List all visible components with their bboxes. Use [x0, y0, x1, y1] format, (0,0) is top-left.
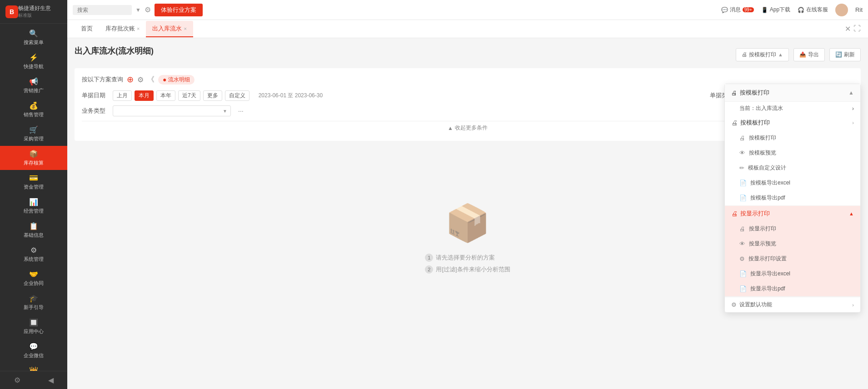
sidebar-item-inventory[interactable]: 📦库存核算 [0, 146, 67, 170]
dpi-icon: 🖨 [739, 225, 745, 232]
display-preview-item[interactable]: 👁 按显示预览 [725, 236, 860, 251]
tprev-icon: 👁 [739, 150, 745, 156]
biz-type-label: 业务类型 [82, 107, 105, 115]
set-default-button[interactable]: ⚙ 设置默认功能 [731, 301, 772, 309]
current-label: 当前：出入库流水 [739, 105, 783, 112]
sidebar: B 畅捷通好生意 标准版 🔍搜索菜单⚡快捷导航📢营销推广💰销售管理🛒采购管理📦库… [0, 0, 67, 389]
sidebar-item-operations[interactable]: 📊经营管理 [0, 194, 67, 218]
sidebar-item-purchase[interactable]: 🛒采购管理 [0, 122, 67, 146]
template-print-item[interactable]: 🖨 按模板打印 [725, 130, 860, 145]
template-preview-item[interactable]: 👁 按模板预览 [725, 145, 860, 160]
tab-flow[interactable]: 出入库流水 × [146, 21, 193, 37]
tpi-label: 按模板打印 [749, 134, 776, 142]
filter-header: 按以下方案查询 ⊕ ⚙ 《 ● 流水明细 [82, 75, 853, 85]
dset-label: 按显示打印设置 [748, 255, 787, 263]
sidebar-item-basic[interactable]: 📋基础信息 [0, 218, 67, 242]
dropdown-header-arrow[interactable]: ▲ [848, 90, 854, 96]
app-download-label: App下载 [770, 6, 790, 14]
template-export-pdf-item[interactable]: 📄 按模板导出pdf [725, 190, 860, 205]
dprev-label: 按显示预览 [749, 240, 776, 248]
sidebar-label-collab: 企业协同 [24, 280, 44, 287]
tab-close-batch[interactable]: × [137, 26, 140, 31]
topbar: ▼ ⚙ 体验行业方案 💬 消息 99+ 📱 App下载 🎧 在线客服 Rit [67, 0, 868, 20]
wechat-icon: 💬 [29, 342, 38, 351]
customer-service-button[interactable]: 🎧 在线客服 [798, 6, 828, 14]
settings-icon[interactable]: ⚙ [145, 5, 151, 14]
sidebar-item-quicknav[interactable]: ⚡快捷导航 [0, 50, 67, 74]
sidebar-item-collab[interactable]: 🤝企业协同 [0, 266, 67, 290]
date-btn-this_year[interactable]: 本年 [156, 90, 175, 101]
sidebar-item-guide[interactable]: 🎓新手引导 [0, 290, 67, 314]
display-print-item[interactable]: 🖨 按显示打印 [725, 221, 860, 236]
date-btn-last_month[interactable]: 上月 [113, 90, 132, 101]
set-default-icon: ⚙ [731, 301, 737, 308]
print-icon: 🖨 [742, 51, 747, 58]
sidebar-item-member[interactable]: 👑畅会员 [0, 363, 67, 371]
print-arrow-icon: ▲ [778, 52, 783, 57]
biz-type-select[interactable] [113, 105, 231, 116]
customer-service-icon: 🎧 [798, 7, 804, 13]
filter-collapse-icon[interactable]: 《 [147, 75, 155, 85]
sidebar-label-basic: 基础信息 [24, 232, 44, 239]
sidebar-item-system[interactable]: ⚙系统管理 [0, 242, 67, 266]
sidebar-item-marketing[interactable]: 📢营销推广 [0, 74, 67, 98]
search-dropdown-icon[interactable]: ▼ [135, 7, 141, 13]
sidebar-collapse-icon[interactable]: ◀ [48, 376, 54, 384]
marketing-icon: 📢 [29, 77, 38, 86]
set-default-label: 设置默认功能 [739, 301, 772, 309]
sidebar-settings-icon[interactable]: ⚙ [14, 376, 20, 384]
trial-button[interactable]: 体验行业方案 [155, 4, 203, 16]
sidebar-item-wechat[interactable]: 💬企业微信 [0, 339, 67, 363]
refresh-button[interactable]: 🔄 刷新 [829, 48, 861, 61]
dropdown-title: 🖨 按模板打印 [731, 89, 769, 97]
display-print-settings-item[interactable]: ⚙ 按显示打印设置 [725, 251, 860, 266]
sidebar-item-appcenter[interactable]: 🔲应用中心 [0, 314, 67, 339]
biz-type-more-icon[interactable]: ··· [238, 107, 244, 115]
app-download-button[interactable]: 📱 App下载 [761, 6, 790, 14]
tabs-bar: 首页库存批次账 ×出入库流水 × ✕ ⛶ [67, 20, 868, 38]
customer-service-label: 在线客服 [806, 6, 828, 14]
sidebar-label-search: 搜索菜单 [24, 39, 44, 46]
user-avatar[interactable] [835, 4, 848, 16]
tab-home[interactable]: 首页 [75, 21, 99, 37]
sidebar-item-finance[interactable]: 💳资金管理 [0, 170, 67, 194]
dropdown-header: 🖨 按模板打印 ▲ [725, 84, 860, 102]
close-all-tabs-icon[interactable]: ✕ [845, 25, 851, 33]
dexcel-label: 按显示导出excel [750, 270, 790, 278]
messages-button[interactable]: 💬 消息 99+ [721, 6, 754, 14]
sidebar-item-search[interactable]: 🔍搜索菜单 [0, 25, 67, 50]
template-print-section-header[interactable]: 🖨 按模板打印 › [725, 115, 860, 130]
user-name[interactable]: Rit [855, 6, 863, 13]
template-custom-item[interactable]: ✏ 模板自定义设计 [725, 160, 860, 175]
template-export-excel-item[interactable]: 📄 按模板导出excel [725, 175, 860, 190]
filter-settings-icon[interactable]: ⚙ [137, 75, 144, 84]
date-btn-last7[interactable]: 近7天 [178, 90, 200, 101]
export-button[interactable]: 📤 导出 [793, 48, 825, 61]
search-input[interactable] [73, 5, 132, 15]
template-print-section: 🖨 按模板打印 › 🖨 按模板打印 👁 按模板预览 ✏ 模板自定义设计 [725, 115, 860, 206]
dropdown-current-item[interactable]: 当前：出入库流水 › [725, 102, 860, 115]
texcel-icon: 📄 [739, 180, 747, 186]
inventory-icon: 📦 [29, 150, 38, 158]
display-export-excel-item[interactable]: 📄 按显示导出excel [725, 266, 860, 281]
sidebar-label-purchase: 采购管理 [24, 135, 44, 142]
tab-batch[interactable]: 库存批次账 × [99, 21, 146, 37]
dexcel-icon: 📄 [739, 270, 747, 277]
display-print-section-header[interactable]: 🖨 按显示打印 ▲ [725, 206, 860, 221]
date-btn-custom[interactable]: 自定义 [225, 90, 249, 101]
tcust-label: 模板自定义设计 [748, 164, 786, 172]
app-download-icon: 📱 [761, 7, 768, 13]
sidebar-item-sales[interactable]: 💰销售管理 [0, 98, 67, 122]
display-export-pdf-item[interactable]: 📄 按显示导出pdf [725, 281, 860, 296]
date-btn-this_month[interactable]: 本月 [135, 90, 154, 101]
print-dropdown-button[interactable]: 🖨 按模板打印 ▲ [736, 48, 789, 61]
dropdown-title-text: 按模板打印 [740, 89, 769, 97]
date-btn-more[interactable]: 更多 [203, 90, 222, 101]
expand-tabs-icon[interactable]: ⛶ [853, 25, 861, 33]
dpdf-label: 按显示导出pdf [750, 285, 785, 293]
messages-label: 消息 [730, 6, 741, 14]
tab-close-flow[interactable]: × [184, 26, 186, 31]
filter-add-button[interactable]: ⊕ [127, 75, 134, 85]
sidebar-logo-text: 畅捷通好生意 标准版 [18, 5, 51, 19]
filter-chip[interactable]: ● 流水明细 [158, 75, 195, 85]
